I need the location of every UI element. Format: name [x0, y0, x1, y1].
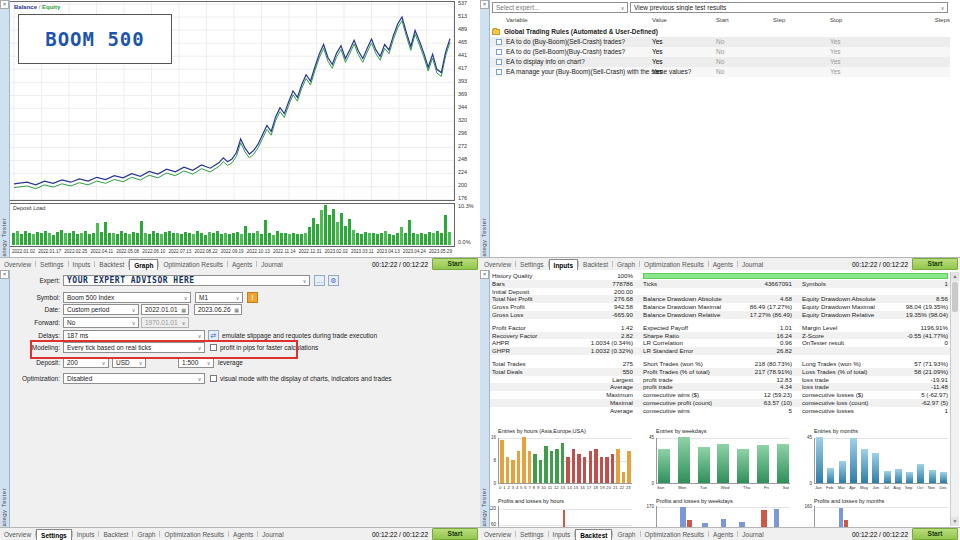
tab-agents[interactable]: Agents [709, 259, 737, 270]
tab-journal[interactable]: Journal [257, 259, 286, 270]
expert-browse-button[interactable]: … [314, 275, 325, 286]
bar [583, 457, 587, 483]
tab-inputs[interactable]: Inputs [73, 529, 99, 540]
variable-value[interactable]: Yes [652, 37, 663, 47]
checkbox[interactable] [496, 49, 502, 55]
tab-agents[interactable]: Agents [229, 529, 257, 540]
panel-settings: × Strategy Tester Expert: YOUR EXPERT AD… [0, 270, 480, 540]
tab-settings[interactable]: Settings [36, 529, 72, 540]
tab-settings[interactable]: Settings [36, 259, 68, 270]
input-variable-row[interactable]: EA to do (Buy-Boom)(Sell-Crash) trades?Y… [490, 37, 950, 47]
variable-value[interactable]: Yes [652, 47, 663, 57]
tab-overview[interactable]: Overview [0, 529, 35, 540]
legend-equity: Equity [42, 4, 60, 10]
close-icon[interactable]: × [0, 270, 9, 279]
deposit-currency-dropdown[interactable]: USD ∨ [112, 357, 146, 368]
input-variable-row[interactable]: EA manage your (Buy-Boom)(Sell-Crash) wi… [490, 67, 950, 77]
checkbox[interactable] [496, 39, 502, 45]
timeframe-dropdown[interactable]: M1 ∨ [195, 292, 243, 303]
stat-row: Averageconsecutive wins5consecutive loss… [489, 407, 951, 415]
tab-optimization-results[interactable]: Optimization Results [160, 529, 228, 540]
x-tick-label: 12 [554, 485, 559, 490]
tab-agents[interactable]: Agents [228, 259, 256, 270]
start-button[interactable]: Start [432, 528, 478, 540]
inputs-group-row[interactable]: Global Trading Rules (Automated & User-D… [490, 27, 950, 37]
deposit-bar [116, 234, 119, 245]
tab-overview[interactable]: Overview [480, 259, 515, 270]
visual-mode-checkbox[interactable] [210, 375, 217, 382]
tab-overview[interactable]: Overview [0, 259, 35, 270]
profit-in-pips-checkbox[interactable] [210, 344, 217, 351]
input-variable-row[interactable]: EA to display info on chart?YesNoYes [490, 57, 950, 67]
deposit-amount-dropdown[interactable]: 200 ∨ [63, 357, 109, 368]
start-button[interactable]: Start [912, 528, 958, 540]
tab-journal[interactable]: Journal [738, 259, 767, 270]
deposit-bar [128, 234, 131, 245]
modeling-dropdown[interactable]: Every tick based on real ticks ∨ [63, 342, 205, 353]
symbol-warning-icon[interactable]: ! [247, 292, 258, 303]
chevron-down-icon: ∨ [233, 295, 242, 301]
x-axis-labels: JanFebMarAprMayJunJulAugSepOctNovDec [814, 485, 948, 490]
tab-inputs[interactable]: Inputs [69, 259, 95, 270]
symbol-dropdown[interactable]: Boom 500 Index ∨ [63, 292, 191, 303]
variable-value[interactable]: Yes [652, 67, 663, 77]
date-from-field[interactable]: 2022.01.01 ▦ [141, 304, 189, 315]
tab-inputs[interactable]: Inputs [549, 529, 575, 540]
y-axis-tick: 272 [458, 143, 478, 149]
tab-journal[interactable]: Journal [258, 529, 287, 540]
tab-optimization-results[interactable]: Optimization Results [641, 529, 709, 540]
balance-chart: Balance / Equity BOOM 500 [9, 1, 455, 201]
modeling-note: profit in pips for faster calculations [220, 342, 318, 353]
scroll-up-icon[interactable]: ▲ [951, 272, 959, 281]
variable-value[interactable]: Yes [652, 57, 663, 67]
close-icon[interactable]: × [480, 270, 489, 279]
leverage-dropdown[interactable]: 1:500 ∨ [178, 357, 214, 368]
deposit-bar [276, 231, 279, 245]
forward-dropdown[interactable]: No ∨ [63, 317, 139, 328]
bar [861, 449, 868, 483]
optimization-dropdown[interactable]: Disabled ∨ [63, 373, 205, 384]
select-expert-dropdown[interactable]: Select expert... ∨ [492, 2, 628, 13]
deposit-bar [436, 231, 439, 245]
tab-graph[interactable]: Graph [133, 529, 159, 540]
close-icon[interactable]: × [0, 0, 9, 9]
tab-optimization-results[interactable]: Optimization Results [640, 259, 708, 270]
tab-graph[interactable]: Graph [613, 529, 639, 540]
stat-value: 8.56 [802, 295, 948, 303]
tab-agents[interactable]: Agents [709, 529, 737, 540]
date-mode-dropdown[interactable]: Custom period ∨ [63, 304, 139, 315]
input-variable-row[interactable]: EA to do (Sell-Boom)(Buy-Crash) trades?Y… [490, 47, 950, 57]
scroll-down-icon[interactable]: ▼ [951, 517, 959, 526]
tab-backtest[interactable]: Backtest [95, 259, 128, 270]
scrollbar-thumb[interactable] [952, 282, 958, 312]
start-button[interactable]: Start [912, 258, 958, 270]
tab-graph[interactable]: Graph [129, 259, 158, 270]
tab-overview[interactable]: Overview [480, 529, 515, 540]
tab-optimization-results[interactable]: Optimization Results [159, 259, 227, 270]
chart-plot [498, 438, 632, 484]
results-selector-dropdown[interactable]: View previous single test results ∨ [630, 2, 948, 13]
tab-backtest[interactable]: Backtest [99, 529, 132, 540]
tab-settings[interactable]: Settings [516, 259, 548, 270]
y-axis-tick: 320 [458, 117, 478, 123]
date-to-field[interactable]: 2023.06.26 ▦ [194, 304, 242, 315]
tab-settings[interactable]: Settings [516, 529, 548, 540]
tab-graph[interactable]: Graph [613, 259, 639, 270]
scrollbar[interactable]: ▲ ▼ [950, 272, 959, 526]
deposit-bar [36, 232, 39, 245]
delays-dropdown[interactable]: 187 ms ∨ [63, 330, 205, 341]
expert-dropdown[interactable]: YOUR EXPERT ADVISOR HERE ∨ [63, 275, 310, 286]
tab-journal[interactable]: Journal [738, 529, 767, 540]
close-icon[interactable]: × [480, 0, 489, 9]
checkbox[interactable] [496, 69, 502, 75]
y-axis-tick: 441 [458, 52, 478, 58]
expert-properties-gear-icon[interactable]: ⚙ [328, 275, 339, 286]
checkbox[interactable] [496, 59, 502, 65]
tab-inputs[interactable]: Inputs [549, 259, 579, 270]
start-button[interactable]: Start [432, 258, 478, 270]
tab-backtest[interactable]: Backtest [579, 259, 612, 270]
chevron-down-icon: ∨ [195, 376, 204, 382]
stat-row: Profit Factor1.42Expected Payoff1.01Marg… [489, 324, 951, 332]
tab-backtest[interactable]: Backtest [575, 529, 612, 540]
stat-row: Recovery Factor2.82Sharpe Ratio16.24Z-Sc… [489, 332, 951, 340]
